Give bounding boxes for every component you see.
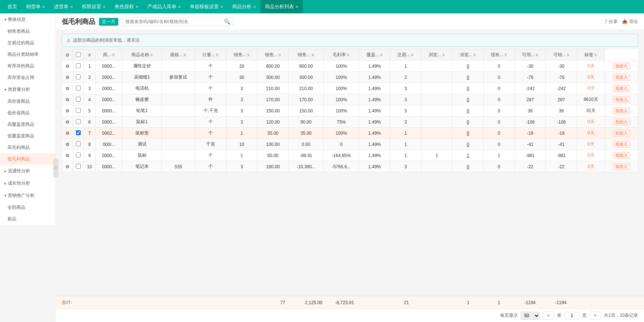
cell-checkbox[interactable] [73, 105, 84, 117]
cell-checkbox[interactable] [73, 83, 84, 94]
sidebar-item-low-value[interactable]: 低价值商品 [0, 107, 55, 119]
sidebar-group-growth[interactable]: ▸ 成长性分析 [0, 177, 55, 189]
cell-browse1[interactable]: 0 [452, 72, 484, 83]
cell-browse1[interactable]: 0 [452, 117, 484, 128]
cell-browse1[interactable]: 0 [452, 94, 484, 105]
col-check-all[interactable] [73, 50, 84, 61]
cell-settings[interactable]: ⚙ [62, 94, 73, 105]
cell-checkbox[interactable] [73, 94, 84, 105]
cell-settings[interactable]: ⚙ [62, 128, 73, 139]
row-checkbox[interactable] [76, 108, 81, 113]
nav-product-entry[interactable]: 产成品入库单 ✕ [143, 0, 185, 13]
share-button[interactable]: ⤴ 分享 [605, 19, 618, 25]
col-sales-price[interactable]: 销售...⇅ [257, 50, 289, 61]
close-template-icon[interactable]: ✕ [220, 5, 223, 9]
sidebar-group-overall[interactable]: ▾ 整体信息 [0, 13, 55, 26]
close-analysis-icon[interactable]: ✕ [253, 5, 256, 9]
cell-browse1[interactable]: 0 [452, 139, 484, 150]
export-button[interactable]: 📤 导出 [622, 19, 638, 25]
cell-checkbox[interactable] [73, 150, 84, 161]
cell-checkbox[interactable] [73, 161, 84, 172]
col-saleable[interactable]: 可销...⇅ [546, 50, 577, 61]
cell-browse1[interactable]: 0 [452, 161, 484, 172]
nav-product-analysis-list[interactable]: 商品分析列表 ✕ [260, 0, 303, 13]
cell-browse1[interactable]: 0 [452, 105, 484, 117]
sidebar-item-low-coverage[interactable]: 低覆盖度商品 [0, 130, 55, 142]
sidebar-item-low-margin[interactable]: 低毛利商品 [0, 153, 55, 165]
sidebar-group-marketing[interactable]: ▾ 营销推广分析 [0, 189, 55, 202]
next-page-button[interactable]: ＞ [590, 311, 601, 320]
row-checkbox[interactable] [76, 74, 81, 79]
close-permissions-icon[interactable]: ✕ [103, 5, 106, 9]
col-gross-rate[interactable]: 毛利率⇅ [324, 50, 359, 61]
col-code[interactable]: 商...⇅ [96, 50, 122, 61]
col-coverage[interactable]: 覆盖...⇅ [359, 50, 390, 61]
cell-settings[interactable]: ⚙ [62, 161, 73, 172]
sidebar-item-sales-goods[interactable]: 销售类商品 [0, 26, 55, 37]
sidebar-collapse-button[interactable]: « [53, 159, 58, 177]
close-purchase-icon[interactable]: ✕ [70, 5, 73, 9]
cell-checkbox[interactable] [73, 139, 84, 150]
nav-product-analysis[interactable]: 商品分析 ✕ [228, 0, 260, 13]
close-sales-icon[interactable]: ✕ [42, 5, 45, 9]
search-icon[interactable]: 🔍 [224, 19, 230, 25]
nav-roles[interactable]: 角色授权 ✕ [110, 0, 143, 13]
cell-browse1[interactable]: 0 [452, 61, 484, 72]
col-spec[interactable]: 规格...⇅ [161, 50, 195, 61]
row-checkbox[interactable] [76, 141, 81, 146]
col-sales-qty[interactable]: 销售...⇅ [226, 50, 257, 61]
check-all-checkbox[interactable] [76, 52, 81, 57]
sidebar-item-stock-capital[interactable]: 库存资金占用 [0, 72, 55, 83]
sidebar-item-new-goods[interactable]: 新品 [0, 213, 55, 225]
cell-settings[interactable]: ⚙ [62, 72, 73, 83]
sidebar-group-flow[interactable]: ▸ 流通性分析 [0, 165, 55, 177]
cell-checkbox[interactable] [73, 61, 84, 72]
sidebar-item-stock-goods[interactable]: 有库存的商品 [0, 60, 55, 72]
cell-settings[interactable]: ⚙ [62, 61, 73, 72]
nav-template[interactable]: 单据模板设置 ✕ [185, 0, 228, 13]
cell-settings[interactable]: ⚙ [62, 105, 73, 117]
cell-browse1[interactable]: 1 [452, 150, 484, 161]
col-available[interactable]: 可用...⇅ [515, 50, 546, 61]
sidebar-item-high-coverage[interactable]: 高覆盖度商品 [0, 119, 55, 130]
row-checkbox[interactable] [76, 164, 81, 169]
per-page-select[interactable]: 50 100 200 [521, 312, 540, 320]
cell-settings[interactable]: ⚙ [62, 150, 73, 161]
nav-permissions[interactable]: 权限设置 ✕ [77, 0, 110, 13]
row-checkbox[interactable] [76, 130, 81, 135]
cell-settings[interactable]: ⚙ [62, 139, 73, 150]
row-checkbox[interactable] [76, 63, 81, 68]
search-input[interactable] [125, 19, 222, 24]
sidebar-item-traded-goods[interactable]: 交易过的商品 [0, 37, 55, 49]
col-settings[interactable]: ⚙ [62, 50, 73, 61]
col-browse2[interactable]: 浏览...⇅ [452, 50, 484, 61]
cell-checkbox[interactable] [73, 72, 84, 83]
col-unit[interactable]: 计量...⇅ [195, 50, 226, 61]
sidebar-group-cluster[interactable]: ▾ 类群量分析 [0, 83, 55, 96]
sidebar-item-category-sales[interactable]: 商品分类助销率 [0, 49, 55, 60]
row-checkbox[interactable] [76, 86, 81, 90]
cell-checkbox[interactable] [73, 128, 84, 139]
row-checkbox[interactable] [76, 153, 81, 157]
col-trade[interactable]: 交易...⇅ [390, 50, 422, 61]
page-number-input[interactable] [564, 312, 579, 319]
sidebar-item-high-value[interactable]: 高价值商品 [0, 96, 55, 107]
row-checkbox[interactable] [76, 119, 81, 124]
date-tag[interactable]: 近一月 [99, 18, 118, 26]
cell-settings[interactable]: ⚙ [62, 83, 73, 94]
cell-browse1[interactable]: 0 [452, 83, 484, 94]
nav-purchase[interactable]: 进货单 ✕ [49, 0, 77, 13]
cell-browse1[interactable]: 0 [452, 128, 484, 139]
cell-settings[interactable]: ⚙ [62, 117, 73, 128]
col-name[interactable]: 商品名称⇅ [122, 50, 162, 61]
close-analysis-list-icon[interactable]: ✕ [295, 5, 298, 9]
col-current[interactable]: 现有...⇅ [484, 50, 515, 61]
col-sales-amt[interactable]: 销售...⇅ [288, 50, 323, 61]
col-tag[interactable]: 标签⇅ [577, 50, 605, 61]
sidebar-item-high-margin[interactable]: 高毛利商品 [0, 142, 55, 153]
sidebar-item-all-goods[interactable]: 全部商品 [0, 202, 55, 213]
nav-home[interactable]: 首页 [3, 0, 22, 13]
nav-sales[interactable]: 销货单 ✕ [22, 0, 49, 13]
row-checkbox[interactable] [76, 97, 81, 102]
close-roles-icon[interactable]: ✕ [135, 5, 138, 9]
